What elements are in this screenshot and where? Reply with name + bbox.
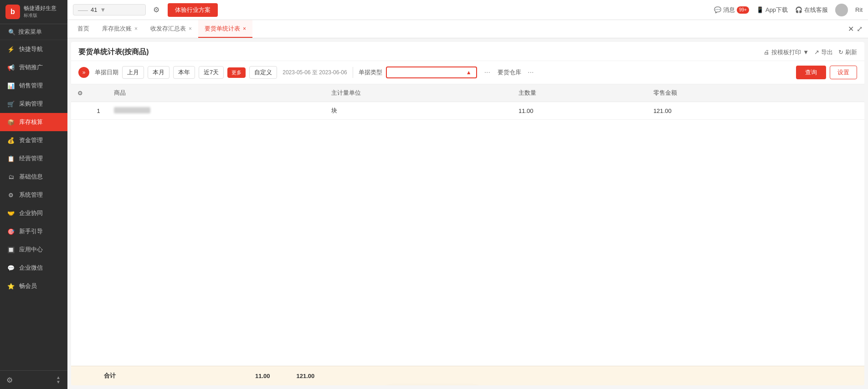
sidebar-item-system[interactable]: ⚙ 系统管理 bbox=[0, 186, 67, 204]
print-button[interactable]: 🖨 按模板打印 ▼ bbox=[764, 48, 809, 56]
nav-label: 畅会员 bbox=[19, 282, 37, 290]
topbar: —— 41 ▼ ⚙ 体验行业方案 💬 消息 99+ 📱 App下载 🎧 在线客服 bbox=[67, 0, 868, 20]
date-this-month[interactable]: 本月 bbox=[148, 66, 169, 79]
col-settings[interactable]: ⚙ bbox=[71, 84, 89, 102]
warehouse-more-icon[interactable]: ··· bbox=[528, 68, 534, 77]
col-extra bbox=[808, 84, 864, 102]
nav-label: 资金管理 bbox=[19, 136, 43, 144]
maximize-icon[interactable]: ⤢ bbox=[857, 25, 863, 33]
expand-button[interactable]: » bbox=[78, 67, 89, 78]
quick-nav-icon: ⚡ bbox=[6, 45, 15, 54]
nav-label: 应用中心 bbox=[19, 246, 43, 254]
sidebar-item-finance[interactable]: 💰 资金管理 bbox=[0, 131, 67, 149]
apps-icon: 🔲 bbox=[6, 245, 15, 254]
footer-label: 合计 bbox=[71, 366, 162, 385]
gear-button[interactable]: ⚙ bbox=[149, 3, 163, 17]
close-all-icon[interactable]: ✕ bbox=[848, 25, 854, 33]
col-quantity: 主数量 bbox=[512, 84, 647, 102]
sidebar-item-marketing[interactable]: 📢 营销推广 bbox=[0, 58, 67, 77]
date-this-year[interactable]: 本年 bbox=[173, 66, 195, 79]
print-icon: 🖨 bbox=[764, 49, 770, 56]
sidebar-item-operation[interactable]: 📋 经营管理 bbox=[0, 149, 67, 168]
sidebar-item-sales[interactable]: 📊 销售管理 bbox=[0, 77, 67, 95]
type-filter-group: 单据类型 ▲ ··· bbox=[359, 67, 490, 78]
close-order-stats-icon[interactable]: × bbox=[243, 26, 246, 32]
trial-button[interactable]: 体验行业方案 bbox=[168, 3, 218, 17]
tabs-right: ✕ ⤢ bbox=[848, 20, 864, 38]
filter-row: » 单据日期 上月 本月 本年 近7天 更多 自定义 2023-05-06 至 … bbox=[71, 61, 864, 84]
date-filter-group: 单据日期 上月 本月 本年 近7天 更多 自定义 2023-05-06 至 20… bbox=[95, 66, 347, 79]
sidebar-item-quick-nav[interactable]: ⚡ 快捷导航 bbox=[0, 40, 67, 58]
table-body: 1 块 11.00 121.00 bbox=[71, 102, 864, 120]
messages-button[interactable]: 💬 消息 99+ bbox=[714, 6, 749, 14]
sidebar-item-member[interactable]: ⭐ 畅会员 bbox=[0, 277, 67, 295]
warehouse-filter-group: 要货仓库 ··· bbox=[498, 68, 534, 77]
nav-label: 销售管理 bbox=[19, 82, 43, 90]
sales-icon: 📊 bbox=[6, 81, 15, 90]
col-index bbox=[89, 84, 108, 102]
refresh-icon: ↻ bbox=[838, 49, 843, 56]
search-button[interactable]: 查询 bbox=[796, 66, 826, 79]
filter-more-icon[interactable]: ··· bbox=[484, 68, 490, 77]
row-extra bbox=[808, 102, 864, 120]
col-product: 商品 bbox=[108, 84, 325, 102]
data-table: ⚙ 商品 主计量单位 主数量 零售金额 1 bbox=[71, 84, 864, 120]
sidebar-item-wecom[interactable]: 💬 企业微信 bbox=[0, 259, 67, 277]
tab-batch-account[interactable]: 库存批次账 × bbox=[96, 20, 144, 38]
online-service-button[interactable]: 🎧 在线客服 bbox=[795, 6, 828, 14]
date-label: 单据日期 bbox=[95, 68, 118, 77]
row-amount: 121.00 bbox=[647, 102, 808, 120]
tab-home[interactable]: 首页 bbox=[71, 20, 96, 38]
row-quantity: 11.00 bbox=[512, 102, 647, 120]
sidebar-item-enterprise[interactable]: 🤝 企业协同 bbox=[0, 204, 67, 222]
table-row: 1 块 11.00 121.00 bbox=[71, 102, 864, 120]
close-batch-account-icon[interactable]: × bbox=[134, 26, 138, 32]
sidebar-item-purchase[interactable]: 🛒 采购管理 bbox=[0, 95, 67, 113]
sidebar-item-guide[interactable]: 🎯 新手引导 bbox=[0, 222, 67, 241]
row-product bbox=[108, 102, 325, 120]
col-unit: 主计量单位 bbox=[325, 84, 512, 102]
app-download-button[interactable]: 📱 App下载 bbox=[756, 6, 788, 14]
setting-button[interactable]: 设置 bbox=[830, 66, 857, 79]
user-avatar[interactable] bbox=[835, 4, 848, 16]
sidebar-item-basic[interactable]: 🗂 基础信息 bbox=[0, 168, 67, 186]
settings-icon[interactable]: ⚙ bbox=[6, 376, 13, 384]
search-icon: 🔍 bbox=[8, 29, 15, 36]
sidebar-search[interactable]: 🔍 搜索菜单 bbox=[0, 24, 67, 40]
tab-receipt-summary[interactable]: 收发存汇总表 × bbox=[144, 20, 198, 38]
date-more-badge[interactable]: 更多 bbox=[227, 67, 246, 78]
sidebar-item-inventory[interactable]: 📦 库存核算 bbox=[0, 113, 67, 131]
company-selector[interactable]: —— 41 ▼ bbox=[73, 4, 146, 15]
date-last-7-days[interactable]: 近7天 bbox=[199, 66, 224, 79]
date-last-month[interactable]: 上月 bbox=[122, 66, 144, 79]
topbar-left: —— 41 ▼ ⚙ 体验行业方案 bbox=[73, 3, 714, 17]
sidebar-scroll[interactable]: ▲ ▼ bbox=[56, 375, 61, 384]
table-wrap: ⚙ 商品 主计量单位 主数量 零售金额 1 bbox=[71, 84, 864, 366]
export-button[interactable]: ↗ 导出 bbox=[814, 48, 833, 56]
date-custom[interactable]: 自定义 bbox=[249, 66, 277, 79]
gear-icon: ⚙ bbox=[153, 5, 159, 14]
type-label: 单据类型 bbox=[359, 68, 382, 77]
system-icon: ⚙ bbox=[6, 190, 15, 200]
service-icon: 🎧 bbox=[795, 6, 802, 13]
refresh-button[interactable]: ↻ 刷新 bbox=[838, 48, 857, 56]
inventory-icon: 📦 bbox=[6, 118, 15, 127]
type-dropdown[interactable]: ▲ bbox=[386, 67, 477, 78]
tab-order-stats[interactable]: 要货单统计表 × bbox=[198, 20, 252, 38]
print-arrow-icon: ▼ bbox=[803, 49, 809, 56]
scroll-down-icon: ▼ bbox=[56, 380, 61, 384]
logo-icon: b bbox=[5, 5, 20, 19]
page-title: 要货单统计表(按商品) bbox=[78, 47, 149, 57]
topbar-right: 💬 消息 99+ 📱 App下载 🎧 在线客服 Rit bbox=[714, 4, 863, 16]
close-receipt-icon[interactable]: × bbox=[189, 26, 192, 32]
tabs-bar: 首页 库存批次账 × 收发存汇总表 × 要货单统计表 × ✕ ⤢ bbox=[67, 20, 868, 38]
user-name[interactable]: Rit bbox=[855, 6, 863, 13]
page-header: 要货单统计表(按商品) 🖨 按模板打印 ▼ ↗ 导出 ↻ 刷新 bbox=[71, 42, 864, 61]
footer-quantity: 11.00 bbox=[249, 367, 277, 385]
sidebar-item-apps[interactable]: 🔲 应用中心 bbox=[0, 241, 67, 259]
app-icon: 📱 bbox=[756, 6, 764, 13]
nav-label: 经营管理 bbox=[19, 154, 43, 163]
nav-label: 采购管理 bbox=[19, 100, 43, 108]
nav-label: 企业协同 bbox=[19, 209, 43, 217]
enterprise-icon: 🤝 bbox=[6, 209, 15, 218]
